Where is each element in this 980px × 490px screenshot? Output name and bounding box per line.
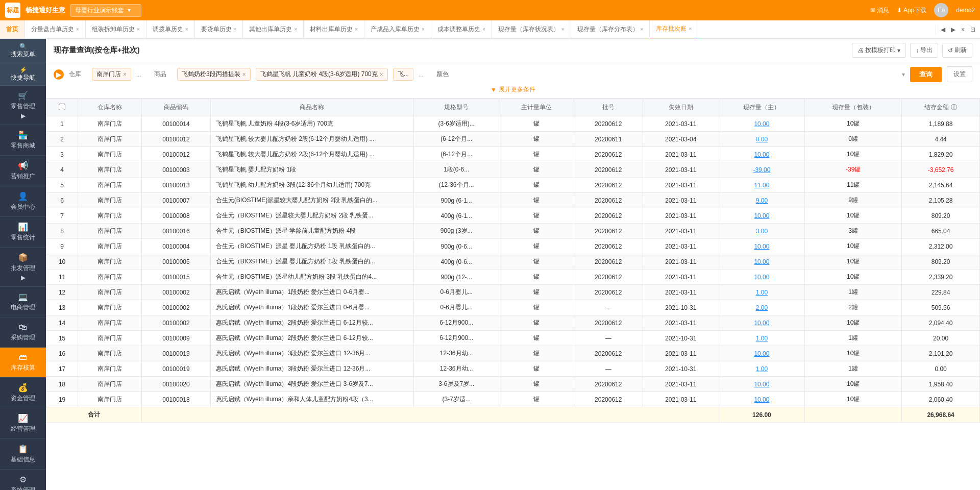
- close-icon[interactable]: ×: [482, 27, 485, 32]
- tab-close-icon[interactable]: ×: [959, 25, 967, 34]
- refresh-button[interactable]: ↺ 刷新: [942, 43, 972, 58]
- filter-expand-button[interactable]: ▶: [54, 69, 64, 80]
- qty-main-link[interactable]: 10.00: [754, 258, 769, 265]
- qty-main-link[interactable]: 10.00: [754, 381, 769, 388]
- close-icon[interactable]: ×: [234, 27, 237, 32]
- color-dropdown-icon[interactable]: ▾: [902, 71, 905, 78]
- qty-main-link[interactable]: 10.00: [754, 212, 769, 219]
- nav-tab-8[interactable]: 成本调整单历史 ×: [431, 20, 492, 39]
- sidebar-item-member[interactable]: 👤 会员中心: [0, 186, 46, 217]
- tab-expand-icon[interactable]: ⊡: [968, 25, 977, 34]
- cell-amount: 809.20: [902, 254, 980, 270]
- qty-main-link[interactable]: 1.00: [756, 335, 768, 342]
- sidebar-item-ecommerce[interactable]: 💻 电商管理: [0, 287, 46, 317]
- close-icon[interactable]: ×: [641, 27, 644, 32]
- close-icon[interactable]: ×: [561, 27, 565, 32]
- qty-main-link[interactable]: 1.00: [756, 289, 768, 296]
- sidebar-quick-nav[interactable]: ⚡ 快捷导航: [0, 63, 46, 86]
- message-action[interactable]: ✉ 消息: [870, 6, 889, 15]
- sidebar-item-purchase[interactable]: 🛍 采购管理: [0, 317, 46, 348]
- footer-label: 合计: [46, 407, 142, 423]
- export-button[interactable]: ↓ 导出: [910, 43, 938, 58]
- sidebar-item-operation[interactable]: 📈 经营管理: [0, 408, 46, 439]
- table-row: 12 南岸门店 00100002 惠氏启赋（Wyeth illuma）1段奶粉 …: [46, 285, 980, 300]
- finance-icon: 💰: [18, 383, 28, 393]
- cell-amount: 2,060.40: [902, 392, 980, 407]
- close-icon[interactable]: ×: [185, 27, 188, 32]
- nav-tab-1[interactable]: 分量盘点单历史 ×: [25, 20, 86, 39]
- sidebar-item-label: 零售统计: [11, 233, 35, 242]
- qty-main-link[interactable]: 3.00: [756, 228, 768, 235]
- sidebar-item-label: 零售商城: [11, 141, 35, 150]
- tab-prev-icon[interactable]: ◀: [939, 25, 947, 34]
- close-icon[interactable]: ×: [76, 27, 79, 32]
- close-icon[interactable]: ×: [137, 27, 140, 32]
- close-icon[interactable]: ×: [689, 26, 692, 32]
- cell-no: 3: [46, 147, 78, 162]
- export-icon: ↓: [916, 47, 919, 54]
- nav-tab-9[interactable]: 现存量（库存状况表） ×: [492, 20, 571, 39]
- sidebar-item-basic[interactable]: 📋 基础信息: [0, 439, 46, 470]
- cell-qty-pkg: 1罐: [805, 361, 902, 377]
- print-button[interactable]: 🖨 按模板打印 ▾: [852, 43, 906, 58]
- qty-main-link[interactable]: -39.00: [753, 166, 770, 174]
- cell-batch: 20200612: [574, 392, 643, 407]
- cell-unit: 罐: [499, 392, 574, 407]
- qty-main-link[interactable]: 1.00: [756, 365, 768, 373]
- qty-main-link[interactable]: 10.00: [754, 396, 769, 403]
- qty-main-link[interactable]: 2.00: [756, 304, 768, 311]
- search-button[interactable]: 查询: [910, 67, 942, 82]
- nav-tab-4[interactable]: 要货单历史 ×: [195, 20, 243, 39]
- app-name: 畅捷通好生意: [26, 6, 65, 15]
- nav-tab-7[interactable]: 产成品入库单历史 ×: [364, 20, 431, 39]
- table-row: 9 南岸门店 00100004 合生元（BIOSTIME）派星 婴儿配方奶粉 1…: [46, 239, 980, 254]
- cell-qty-main: 10.00: [719, 147, 804, 162]
- nav-tab-5[interactable]: 其他出库单历史 ×: [243, 20, 304, 39]
- qty-main-link[interactable]: 10.00: [754, 120, 769, 128]
- product-label: 商品: [154, 70, 172, 79]
- select-all-checkbox[interactable]: [59, 104, 65, 110]
- nav-tab-3[interactable]: 调拨单历史 ×: [146, 20, 195, 39]
- nav-tab-6[interactable]: 材料出库单历史 ×: [304, 20, 364, 39]
- app-download-action[interactable]: ⬇ App下载: [897, 6, 926, 15]
- qty-main-link[interactable]: 10.00: [754, 320, 769, 327]
- close-icon[interactable]: ×: [355, 27, 358, 32]
- close-icon[interactable]: ×: [294, 27, 297, 32]
- cell-no: 6: [46, 193, 78, 208]
- qty-main-link[interactable]: 10.00: [754, 151, 769, 158]
- nav-tab-11[interactable]: 库存批次账 ×: [650, 20, 698, 39]
- expand-icon: ▼: [491, 86, 497, 93]
- sidebar-search[interactable]: 🔍 搜索菜单: [0, 39, 46, 63]
- qty-main-link[interactable]: 10.00: [754, 243, 769, 250]
- sidebar-item-label: 系统管理: [11, 486, 35, 490]
- sidebar-item-mall[interactable]: 🏪 零售商城: [0, 125, 46, 156]
- tab-next-icon[interactable]: ▶: [949, 25, 958, 34]
- remove-product-1-icon[interactable]: ×: [242, 71, 246, 78]
- qty-main-link[interactable]: 9.00: [756, 197, 768, 204]
- user-avatar[interactable]: Ea: [934, 3, 948, 17]
- nav-tab-home[interactable]: 首页: [0, 20, 25, 39]
- remove-product-2-icon[interactable]: ×: [380, 71, 383, 78]
- qty-main-link[interactable]: 10.00: [754, 274, 769, 281]
- qty-main-link[interactable]: 11.00: [754, 182, 769, 189]
- account-selector[interactable]: 母婴行业演示账套 ▾: [70, 4, 141, 17]
- qty-main-link[interactable]: 0.00: [756, 136, 768, 143]
- sidebar-item-wholesale[interactable]: 📦 批发管理 ▶: [0, 248, 46, 287]
- sidebar-item-label: 经营管理: [11, 425, 35, 433]
- sidebar-item-system[interactable]: ⚙ 系统管理: [0, 470, 46, 490]
- settings-button[interactable]: 设置: [947, 66, 972, 82]
- nav-tab-10[interactable]: 现存量（库存分布表） ×: [571, 20, 650, 39]
- cell-spec: 3-6岁及7岁...: [414, 377, 499, 392]
- page-title: 现存量查询(按仓库+批次): [54, 45, 140, 55]
- expand-more-button[interactable]: ▼ 展开更多条件: [54, 85, 972, 94]
- nav-tab-2[interactable]: 组装拆卸单历史 ×: [86, 20, 146, 39]
- close-icon[interactable]: ×: [422, 27, 425, 32]
- sidebar-item-retail[interactable]: 🛒 零售管理 ▶: [0, 86, 46, 125]
- sidebar-item-marketing[interactable]: 📢 营销推广: [0, 156, 46, 186]
- remove-warehouse-icon[interactable]: ×: [123, 71, 127, 78]
- sidebar-item-finance[interactable]: 💰 资金管理: [0, 378, 46, 408]
- sidebar-item-inventory[interactable]: 🗃 库存核算: [0, 348, 46, 378]
- cell-spec: 400g (0-6...: [414, 254, 499, 270]
- qty-main-link[interactable]: 10.00: [754, 350, 769, 357]
- sidebar-item-stats[interactable]: 📊 零售统计: [0, 217, 46, 248]
